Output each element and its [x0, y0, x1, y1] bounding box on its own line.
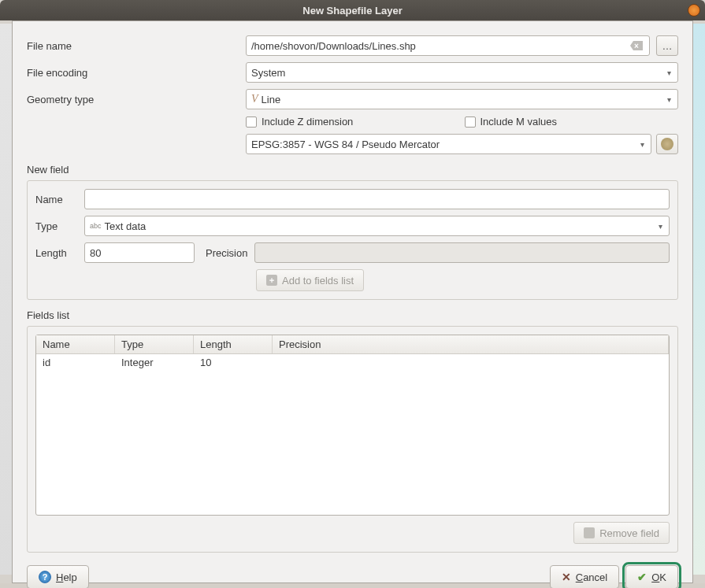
clear-icon[interactable] [630, 41, 643, 50]
ok-button[interactable]: ✔ OK [625, 565, 678, 588]
col-header-length[interactable]: Length [194, 335, 273, 353]
add-to-list-button[interactable]: ＋ Add to fields list [256, 269, 364, 291]
geometry-type-label: Geometry type [27, 94, 239, 105]
cell-type: Integer [115, 354, 194, 372]
cell-name: id [36, 354, 115, 372]
crs-row: EPSG:3857 - WGS 84 / Pseudo Mercator [246, 134, 678, 154]
include-m-checkbox[interactable] [465, 116, 476, 128]
titlebar: New Shapefile Layer [0, 0, 705, 20]
fields-list-title: Fields list [27, 309, 678, 321]
file-encoding-label: File encoding [27, 67, 239, 79]
remove-field-button[interactable]: Remove field [573, 522, 670, 544]
check-icon: ✔ [637, 571, 647, 583]
fields-list-group: Name Type Length Precision id Integer 10… [27, 326, 678, 553]
browse-label: … [662, 40, 673, 52]
field-precision-input [254, 242, 670, 263]
cell-length: 10 [194, 354, 273, 372]
field-precision-label: Precision [206, 247, 248, 259]
file-encoding-combo[interactable]: System [246, 62, 678, 83]
include-z-checkbox[interactable] [246, 116, 257, 128]
background-left [0, 24, 12, 575]
file-name-row: File name /home/shovon/Downloads/Lines.s… [27, 35, 678, 56]
col-header-name[interactable]: Name [36, 335, 115, 353]
field-name-input[interactable] [84, 189, 670, 209]
file-encoding-row: File encoding System [27, 62, 678, 83]
help-icon: ? [39, 571, 51, 583]
background-right [693, 24, 705, 575]
field-type-value: Text data [105, 220, 147, 232]
browse-button[interactable]: … [656, 35, 678, 56]
geometry-type-row: Geometry type V Line [27, 89, 678, 109]
dialog-button-bar: ? Help ✕ Cancel ✔ OK [27, 565, 678, 588]
fields-table[interactable]: Name Type Length Precision id Integer 10 [35, 335, 670, 516]
field-name-label: Name [35, 194, 78, 205]
add-to-list-label: Add to fields list [282, 275, 354, 287]
cancel-icon: ✕ [562, 571, 571, 583]
field-type-combo[interactable]: abc Text data [84, 216, 670, 236]
crs-combo[interactable]: EPSG:3857 - WGS 84 / Pseudo Mercator [246, 134, 651, 154]
include-m-label: Include M values [481, 116, 558, 128]
col-header-precision[interactable]: Precision [273, 335, 669, 353]
geometry-type-value: Line [262, 94, 281, 105]
cancel-label: Cancel [576, 571, 607, 583]
file-name-label: File name [27, 40, 239, 52]
field-length-input[interactable]: 80 [84, 242, 195, 263]
remove-icon [584, 527, 595, 538]
table-row[interactable]: id Integer 10 [36, 354, 669, 372]
help-button[interactable]: ? Help [27, 565, 89, 588]
file-encoding-value: System [251, 67, 285, 79]
line-icon: V [251, 93, 258, 105]
field-length-label: Length [35, 247, 78, 259]
crs-value: EPSG:3857 - WGS 84 / Pseudo Mercator [251, 139, 440, 150]
field-type-label: Type [35, 220, 78, 232]
cancel-button[interactable]: ✕ Cancel [550, 565, 619, 588]
close-icon[interactable] [688, 4, 700, 17]
remove-field-label: Remove field [599, 527, 659, 539]
table-header: Name Type Length Precision [36, 335, 669, 354]
help-label: Help [56, 571, 77, 583]
new-field-group: Name Type abc Text data Length 80 Precis… [27, 180, 678, 300]
window-title: New Shapefile Layer [302, 5, 402, 17]
globe-icon [661, 138, 673, 150]
abc-icon: abc [90, 222, 102, 230]
col-header-type[interactable]: Type [115, 335, 194, 353]
file-name-value: /home/shovon/Downloads/Lines.shp [251, 40, 416, 52]
dimension-checkboxes: Include Z dimension Include M values [246, 116, 678, 128]
dialog-body: File name /home/shovon/Downloads/Lines.s… [12, 20, 693, 583]
new-field-title: New field [27, 164, 678, 176]
crs-select-button[interactable] [656, 134, 678, 154]
field-length-value: 80 [90, 247, 101, 259]
geometry-type-combo[interactable]: V Line [246, 89, 678, 109]
add-icon: ＋ [266, 275, 277, 286]
include-z-label: Include Z dimension [262, 116, 353, 128]
file-name-input[interactable]: /home/shovon/Downloads/Lines.shp [246, 35, 650, 56]
ok-label: OK [651, 571, 666, 583]
cell-precision [273, 354, 669, 372]
